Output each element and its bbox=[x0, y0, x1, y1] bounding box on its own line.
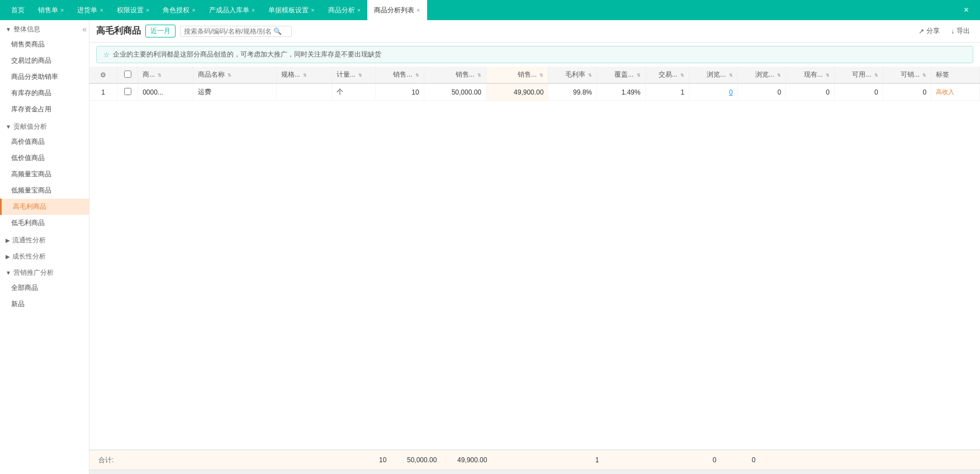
th-sale-cost[interactable]: 销售... ⇅ bbox=[486, 67, 548, 83]
sidebar-item-high-value[interactable]: 高价值商品 bbox=[0, 134, 89, 150]
th-profit-rate[interactable]: 毛利率 ⇅ bbox=[548, 67, 597, 83]
time-filter-button[interactable]: 近一月 bbox=[145, 25, 176, 37]
cell-seq: 1 bbox=[89, 83, 117, 101]
footer-label: 合计: bbox=[94, 456, 118, 465]
th-spec[interactable]: 规格... ⇅ bbox=[276, 67, 332, 83]
nav-product-analysis[interactable]: 商品分析 × bbox=[321, 0, 367, 20]
group-arrow-contribution: ▼ bbox=[6, 124, 11, 130]
nav-close-inbound[interactable]: × bbox=[252, 7, 255, 13]
th-unit[interactable]: 计量... ⇅ bbox=[332, 67, 375, 83]
cell-code[interactable]: 0000... bbox=[138, 83, 193, 101]
sidebar-group-growth[interactable]: ▶ 成长性分析 bbox=[0, 247, 89, 264]
th-stock1[interactable]: 现有... ⇅ bbox=[786, 67, 835, 83]
sort-icon-sale-cost: ⇅ bbox=[539, 73, 543, 78]
sidebar-item-high-margin[interactable]: 高毛利商品 bbox=[0, 199, 89, 215]
cell-check[interactable] bbox=[117, 83, 138, 101]
nav-close-purchase[interactable]: × bbox=[100, 7, 103, 13]
th-browse2[interactable]: 浏览... ⇅ bbox=[737, 67, 786, 83]
sidebar-item-low-value[interactable]: 低价值商品 bbox=[0, 150, 89, 166]
cell-sale-qty: 10 bbox=[376, 83, 424, 101]
cell-sale-cost: 49,900.00 bbox=[486, 83, 548, 101]
th-settings[interactable]: ⚙ bbox=[89, 67, 117, 83]
sidebar-item-low-freq-treasure[interactable]: 低频量宝商品 bbox=[0, 182, 89, 199]
footer-sale-qty: 10 bbox=[352, 456, 391, 464]
sidebar-item-traded-goods[interactable]: 交易过的商品 bbox=[0, 53, 89, 69]
sidebar-item-high-freq-treasure[interactable]: 高频量宝商品 bbox=[0, 166, 89, 182]
export-button[interactable]: ↓ 导出 bbox=[948, 25, 973, 37]
sort-icon-stock1: ⇅ bbox=[826, 73, 830, 78]
nav-role-auth[interactable]: 角色授权 × bbox=[156, 0, 202, 20]
footer-sale-amt: 50,000.00 bbox=[391, 456, 441, 464]
sidebar-group-marketing[interactable]: ▼ 营销推广分析 bbox=[0, 264, 89, 280]
share-button[interactable]: ↗ 分享 bbox=[915, 25, 943, 37]
nav-home[interactable]: 首页 bbox=[4, 0, 31, 20]
settings-icon[interactable]: ⚙ bbox=[100, 71, 106, 79]
th-tag[interactable]: 标签 bbox=[931, 67, 980, 83]
search-input[interactable] bbox=[184, 27, 273, 35]
sidebar-group-contribution[interactable]: ▼ 贡献值分析 bbox=[0, 118, 89, 134]
sort-icon-code: ⇅ bbox=[158, 73, 162, 78]
row-checkbox[interactable] bbox=[124, 88, 131, 95]
sidebar-group-liquidity[interactable]: ▶ 流通性分析 bbox=[0, 231, 89, 247]
nav-global-close[interactable]: × bbox=[957, 5, 976, 15]
th-sale-qty[interactable]: 销售... ⇅ bbox=[376, 67, 424, 83]
nav-product-analysis-list[interactable]: 商品分析列表 × bbox=[367, 0, 427, 20]
th-sale-amt[interactable]: 销售... ⇅ bbox=[424, 67, 486, 83]
footer-stock1: 0 bbox=[681, 456, 721, 464]
cell-name: 运费 bbox=[193, 83, 277, 101]
th-sale2[interactable]: 可销... ⇅ bbox=[883, 67, 931, 83]
nav-close-analysis-list[interactable]: × bbox=[416, 7, 420, 13]
data-table: ⚙ 商... ⇅ 商品名称 ⇅ bbox=[89, 67, 980, 101]
sidebar-item-sales-goods[interactable]: 销售类商品 bbox=[0, 36, 89, 53]
sort-icon-stock2: ⇅ bbox=[874, 73, 878, 78]
cell-sale-amt: 50,000.00 bbox=[424, 83, 486, 101]
footer-sale-cost: 49,900.00 bbox=[441, 456, 491, 464]
nav-product-inbound[interactable]: 产成品入库单 × bbox=[202, 0, 262, 20]
table-container: ⚙ 商... ⇅ 商品名称 ⇅ bbox=[89, 67, 980, 449]
nav-template-settings[interactable]: 单据模板设置 × bbox=[262, 0, 321, 20]
nav-close-analysis[interactable]: × bbox=[357, 7, 361, 13]
sidebar-item-low-margin[interactable]: 低毛利商品 bbox=[0, 215, 89, 231]
page-title: 高毛利商品 bbox=[96, 25, 141, 37]
th-cover[interactable]: 覆盖... ⇅ bbox=[597, 67, 646, 83]
sidebar-item-stock-capital[interactable]: 库存资金占用 bbox=[0, 101, 89, 118]
sort-icon-spec: ⇅ bbox=[303, 73, 307, 78]
info-icon: ☆ bbox=[103, 51, 110, 59]
cell-trade: 1 bbox=[645, 83, 689, 101]
nav-close-sales[interactable]: × bbox=[60, 7, 64, 13]
content-header: 高毛利商品 近一月 🔍 ↗ 分享 ↓ 导出 bbox=[89, 20, 980, 43]
top-nav: 首页 销售单 × 进货单 × 权限设置 × 角色授权 × 产成品入库单 × 单据… bbox=[0, 0, 980, 20]
nav-permission-settings[interactable]: 权限设置 × bbox=[110, 0, 156, 20]
sort-icon-unit: ⇅ bbox=[358, 73, 362, 78]
th-browse1[interactable]: 浏览... ⇅ bbox=[689, 67, 738, 83]
sort-icon-browse2: ⇅ bbox=[777, 73, 781, 78]
nav-sales-order[interactable]: 销售单 × bbox=[31, 0, 70, 20]
main-area: « ▼ 整体信息 销售类商品 交易过的商品 商品分类助销率 有库存的商品 库存资… bbox=[0, 20, 980, 474]
select-all-checkbox[interactable] bbox=[124, 71, 131, 78]
cell-browse2: 0 bbox=[737, 83, 786, 101]
cell-stock1: 0 bbox=[786, 83, 835, 101]
footer-stock2: 0 bbox=[721, 456, 760, 464]
nav-close-template[interactable]: × bbox=[311, 7, 314, 13]
group-arrow-marketing: ▼ bbox=[6, 270, 11, 276]
th-trade[interactable]: 交易... ⇅ bbox=[645, 67, 689, 83]
nav-close-role[interactable]: × bbox=[192, 7, 195, 13]
th-stock2[interactable]: 可用... ⇅ bbox=[834, 67, 883, 83]
cell-browse1[interactable]: 0 bbox=[689, 83, 738, 101]
sidebar-collapse-btn[interactable]: « bbox=[82, 25, 87, 34]
th-name[interactable]: 商品名称 ⇅ bbox=[193, 67, 277, 83]
group-arrow-liquidity: ▶ bbox=[6, 237, 10, 243]
th-code[interactable]: 商... ⇅ bbox=[138, 67, 193, 83]
sort-icon-trade: ⇅ bbox=[680, 73, 684, 78]
sidebar-item-new-goods[interactable]: 新品 bbox=[0, 296, 89, 312]
nav-purchase-order[interactable]: 进货单 × bbox=[70, 0, 110, 20]
horizontal-scrollbar[interactable] bbox=[89, 470, 980, 474]
sidebar-item-category-rate[interactable]: 商品分类助销率 bbox=[0, 69, 89, 85]
sidebar-group-overall[interactable]: ▼ 整体信息 bbox=[0, 20, 89, 36]
sidebar-item-in-stock-goods[interactable]: 有库存的商品 bbox=[0, 85, 89, 101]
sidebar-item-all-goods[interactable]: 全部商品 bbox=[0, 280, 89, 296]
search-icon[interactable]: 🔍 bbox=[273, 27, 282, 35]
export-icon: ↓ bbox=[951, 27, 954, 35]
sort-icon-profit-rate: ⇅ bbox=[588, 73, 592, 78]
nav-close-permission[interactable]: × bbox=[146, 7, 149, 13]
